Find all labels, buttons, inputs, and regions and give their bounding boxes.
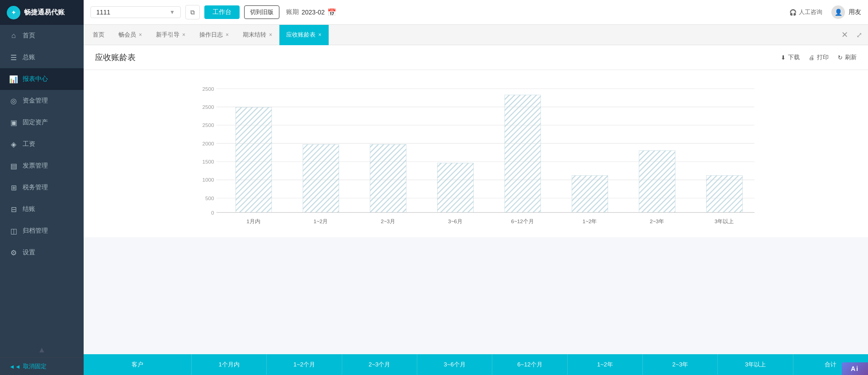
sidebar-item-close[interactable]: ⊟ 结账 (0, 198, 84, 220)
svg-text:3~6月: 3~6月 (448, 218, 462, 224)
sidebar-item-salary[interactable]: ◈ 工资 (0, 133, 84, 155)
bar-2-3月 (370, 145, 406, 213)
sidebar-item-reports[interactable]: 📊 报表中心 (0, 68, 84, 90)
footer-col-3: 2~3个月 (342, 354, 417, 375)
footer-col-4: 3~6个月 (417, 354, 492, 375)
nav-icon-funds: ◎ (9, 96, 18, 105)
sidebar-nav: ⌂ 首页 ☰ 总账 📊 报表中心 ◎ 资金管理 ▣ 固定资产 ◈ 工资 ▤ 发票… (0, 25, 84, 342)
nav-icon-close: ⊟ (9, 205, 18, 214)
refresh-label: 刷新 (845, 53, 857, 61)
tab-close-log[interactable]: × (226, 32, 229, 38)
user-area[interactable]: 👤 用友 (831, 5, 861, 19)
nav-label-tax: 税务管理 (23, 183, 48, 192)
tab-label-log: 操作日志 (199, 31, 223, 39)
bar-2-3年 (639, 150, 675, 212)
nav-label-home: 首页 (23, 32, 35, 40)
company-selector[interactable]: 1111 ▼ (90, 6, 181, 18)
nav-icon-settings: ⚙ (9, 248, 18, 257)
nav-label-close: 结账 (23, 205, 35, 213)
refresh-button[interactable]: ↻ 刷新 (838, 53, 857, 61)
sidebar-item-funds[interactable]: ◎ 资金管理 (0, 90, 84, 112)
tab-home[interactable]: 首页 (86, 25, 112, 45)
nav-label-archive: 归档管理 (23, 227, 48, 235)
download-button[interactable]: ⬇ 下载 (781, 53, 800, 61)
tab-period-end[interactable]: 期末结转× (236, 25, 279, 45)
footer-col-0: 客户 (84, 354, 192, 375)
switch-version-button[interactable]: 切到旧版 (244, 5, 279, 19)
headset-icon: 🎧 (789, 9, 797, 16)
tab-log[interactable]: 操作日志× (193, 25, 236, 45)
svg-text:0: 0 (211, 210, 214, 216)
bar-1月内 (236, 108, 272, 213)
footer-col-1: 1个月内 (192, 354, 267, 375)
copy-icon: ⧉ (190, 9, 195, 16)
sidebar-item-ledger[interactable]: ☰ 总账 (0, 47, 84, 68)
nav-label-funds: 资金管理 (23, 97, 48, 105)
calendar-icon[interactable]: 📅 (327, 8, 336, 17)
sidebar: ✦ 畅捷通易代账 ⌂ 首页 ☰ 总账 📊 报表中心 ◎ 资金管理 ▣ 固定资产 … (0, 0, 84, 375)
sidebar-item-settings[interactable]: ⚙ 设置 (0, 242, 84, 263)
copy-button[interactable]: ⧉ (185, 5, 200, 19)
sidebar-item-home[interactable]: ⌂ 首页 (0, 25, 84, 47)
download-label: 下载 (788, 53, 800, 61)
tab-close-guide[interactable]: × (182, 32, 185, 38)
nav-icon-reports: 📊 (9, 75, 18, 84)
footer-col-8: 3年以上 (718, 354, 793, 375)
close-all-button[interactable]: ✕ (837, 30, 853, 40)
avatar-icon: 👤 (835, 9, 842, 16)
nav-icon-ledger: ☰ (9, 53, 18, 62)
main-area: 1111 ▼ ⧉ 工作台 切到旧版 账期 2023-02 📅 🎧 人工咨询 👤 … (84, 0, 868, 375)
tab-close-member[interactable]: × (139, 32, 142, 38)
svg-text:2~3年: 2~3年 (650, 218, 664, 224)
workbench-button[interactable]: 工作台 (204, 5, 240, 19)
sidebar-item-tax[interactable]: ⊞ 税务管理 (0, 177, 84, 198)
bar-3-6月 (438, 163, 474, 212)
table-footer: 客户1个月内1~2个月2~3个月3~6个月6~12个月1~2年2~3年3年以上合… (84, 354, 868, 375)
nav-icon-tax: ⊞ (9, 183, 18, 192)
logo-icon: ✦ (7, 6, 20, 19)
refresh-icon: ↻ (838, 54, 843, 61)
svg-text:2000: 2000 (202, 141, 214, 146)
sidebar-item-archive[interactable]: ◫ 归档管理 (0, 220, 84, 242)
page-actions: ⬇ 下载 🖨 打印 ↻ 刷新 (781, 53, 857, 61)
tab-member[interactable]: 畅会员× (112, 25, 149, 45)
download-icon: ⬇ (781, 54, 786, 61)
print-button[interactable]: 🖨 打印 (809, 53, 829, 61)
print-label: 打印 (817, 53, 829, 61)
support-link[interactable]: 🎧 人工咨询 (789, 8, 822, 16)
footer-col-5: 6~12个月 (492, 354, 567, 375)
tab-label-member: 畅会员 (118, 31, 136, 39)
expand-tabs-button[interactable]: ⤢ (853, 31, 866, 39)
nav-icon-assets: ▣ (9, 118, 18, 127)
svg-text:2500: 2500 (202, 122, 214, 128)
bar-1-2月 (303, 145, 339, 213)
tab-aging[interactable]: 应收账龄表× (279, 25, 329, 45)
content-area: 应收账龄表 ⬇ 下载 🖨 打印 ↻ 刷新 (84, 45, 868, 375)
tab-close-period-end[interactable]: × (269, 32, 272, 38)
svg-text:2~3月: 2~3月 (381, 218, 395, 224)
svg-text:2500: 2500 (202, 104, 214, 110)
nav-label-assets: 固定资产 (23, 118, 48, 127)
period-label: 账期 (286, 8, 299, 16)
svg-text:1500: 1500 (202, 159, 214, 164)
period-value: 2023-02 (302, 9, 325, 16)
nav-label-salary: 工资 (23, 140, 35, 148)
page-header: 应收账龄表 ⬇ 下载 🖨 打印 ↻ 刷新 (84, 45, 868, 70)
svg-text:1~2月: 1~2月 (313, 218, 328, 224)
header-right: 🎧 人工咨询 👤 用友 (789, 5, 861, 19)
period-info: 账期 2023-02 📅 (286, 8, 336, 17)
tab-label-period-end: 期末结转 (243, 31, 266, 39)
footer-col-2: 1~2个月 (267, 354, 342, 375)
sidebar-item-invoice[interactable]: ▤ 发票管理 (0, 155, 84, 177)
sidebar-footer[interactable]: ◄◄ 取消固定 (0, 357, 84, 375)
svg-text:6~12个月: 6~12个月 (511, 218, 533, 224)
user-name: 用友 (849, 8, 861, 16)
tab-label-guide: 新手引导 (156, 31, 179, 39)
svg-text:3年以上: 3年以上 (715, 218, 734, 224)
sidebar-item-assets[interactable]: ▣ 固定资产 (0, 112, 84, 133)
tab-close-aging[interactable]: × (318, 32, 321, 38)
tabs-bar: 首页畅会员×新手引导×操作日志×期末结转×应收账龄表×✕ ⤢ (84, 25, 868, 45)
tab-guide[interactable]: 新手引导× (149, 25, 193, 45)
nav-label-ledger: 总账 (23, 53, 35, 61)
nav-label-reports: 报表中心 (23, 75, 48, 83)
